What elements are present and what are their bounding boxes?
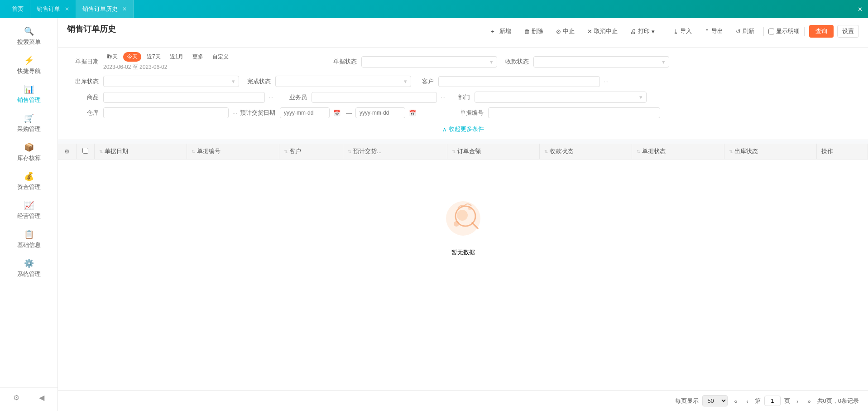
customer-dots[interactable]: ··· <box>602 78 610 85</box>
customer-sort-icon[interactable]: ⇅ <box>284 149 288 154</box>
sidebar-item-search-menu[interactable]: 🔍 搜索菜单 <box>0 22 58 51</box>
sys-mgmt-icon: ⚙️ <box>24 258 34 268</box>
settings-button[interactable]: 设置 <box>837 25 859 38</box>
order-amount-sort-icon[interactable]: ⇅ <box>452 149 456 154</box>
sidebar-item-operations[interactable]: 📈 经营管理 <box>0 196 58 225</box>
yesterday-btn[interactable]: 昨天 <box>103 52 121 62</box>
warehouse-input[interactable] <box>103 107 229 118</box>
doc-status-sort-icon[interactable]: ⇅ <box>637 149 640 154</box>
tab-home[interactable]: 首页 <box>5 0 30 18</box>
status-filter-control: ▾ <box>361 56 497 68</box>
1month-btn[interactable]: 近1月 <box>166 52 187 62</box>
order-amount-label: 订单金额 <box>457 147 481 155</box>
goods-input[interactable] <box>103 92 265 103</box>
page-size-label: 每页显示 <box>675 397 699 405</box>
next-page-button[interactable]: › <box>794 396 801 406</box>
stop-button[interactable]: ⊘ 中止 <box>551 25 579 37</box>
tab-sales-order-history-close[interactable]: ✕ <box>122 6 127 12</box>
refresh-button[interactable]: ↺ 刷新 <box>731 25 759 37</box>
show-detail-text: 显示明细 <box>776 27 800 35</box>
purchase-mgmt-icon: 🛒 <box>24 113 34 123</box>
sidebar-item-basic-info[interactable]: 📋 基础信息 <box>0 225 58 254</box>
calendar-end-icon[interactable]: 📅 <box>407 110 418 116</box>
finance-icon: 💰 <box>24 171 34 181</box>
filter-row-4: 仓库 ··· 预计交货日期 📅 — 📅 单据编号 <box>67 107 859 118</box>
sidebar-item-finance[interactable]: 💰 资金管理 <box>0 167 58 196</box>
settings-bottom-button[interactable]: ⚙ <box>13 393 19 402</box>
toolbar-divider-2 <box>763 27 764 36</box>
out-status-sort-icon[interactable]: ⇅ <box>729 149 733 154</box>
query-button[interactable]: 查询 <box>809 25 834 38</box>
tab-sales-order[interactable]: 销售订单 ✕ <box>30 0 76 18</box>
sidebar-item-inventory[interactable]: 📦 库存核算 <box>0 138 58 167</box>
new-label: + 新增 <box>494 27 511 35</box>
department-arrow-icon: ▾ <box>639 94 643 101</box>
pay-status-label: 收款状态 <box>550 147 573 155</box>
settings-icon[interactable]: ⚙ <box>64 148 70 155</box>
expected-date-filter-label: 预计交货日期 <box>239 109 280 117</box>
complete-select[interactable]: ▾ <box>275 76 411 87</box>
close-window-button[interactable]: ✕ <box>858 6 863 13</box>
sidebar-item-operations-label: 经营管理 <box>17 212 41 220</box>
expected-date-sort-icon[interactable]: ⇅ <box>348 149 351 154</box>
new-button[interactable]: + + 新增 <box>486 25 516 37</box>
department-select[interactable]: ▾ <box>475 92 647 103</box>
out-status-label: 出库状态 <box>734 147 758 155</box>
print-button[interactable]: 🖨 打印 ▾ <box>626 25 659 37</box>
doc-no-sort-icon[interactable]: ⇅ <box>192 149 195 154</box>
customer-filter-control: ··· <box>438 76 610 87</box>
tab-sales-order-history[interactable]: 销售订单历史 ✕ <box>76 0 134 18</box>
export-button[interactable]: ⤒ 导出 <box>700 25 728 37</box>
status-select[interactable]: ▾ <box>361 56 497 68</box>
sidebar-item-quick-nav[interactable]: ⚡ 快捷导航 <box>0 51 58 80</box>
7days-btn[interactable]: 近7天 <box>143 52 164 62</box>
collapse-label: 收起更多条件 <box>449 125 484 133</box>
import-button[interactable]: ⤓ 导入 <box>669 25 696 37</box>
filter-row-2: 出库状态 ▾ 完成状态 ▾ 客户 ··· <box>67 76 859 87</box>
select-all-checkbox[interactable] <box>82 148 88 154</box>
pay-status-sort-icon[interactable]: ⇅ <box>544 149 548 154</box>
delete-button[interactable]: 🗑 删除 <box>519 25 548 37</box>
quick-nav-icon: ⚡ <box>24 55 34 65</box>
today-btn[interactable]: 今天 <box>123 52 141 62</box>
expected-date-label: 预计交货... <box>353 147 382 155</box>
prev-page-button[interactable]: ‹ <box>744 396 751 406</box>
svg-point-3 <box>457 210 468 221</box>
cancel-stop-button[interactable]: ✕ 取消中止 <box>583 25 622 37</box>
collapse-sidebar-button[interactable]: ◀ <box>39 393 44 402</box>
expected-date-end-input[interactable] <box>355 107 405 118</box>
doc-date-sort-icon[interactable]: ⇅ <box>99 149 103 154</box>
sidebar-item-purchase-mgmt[interactable]: 🛒 采购管理 <box>0 109 58 138</box>
show-detail-checkbox[interactable] <box>768 29 774 34</box>
expected-date-start-input[interactable] <box>280 107 330 118</box>
tab-sales-order-close[interactable]: ✕ <box>65 6 69 12</box>
customer-input[interactable] <box>438 76 600 87</box>
sidebar-item-sys-mgmt[interactable]: ⚙️ 系统管理 <box>0 254 58 283</box>
outbound-select[interactable]: ▾ <box>103 76 239 87</box>
pay-status-select[interactable]: ▾ <box>533 56 669 68</box>
last-page-button[interactable]: » <box>805 396 813 406</box>
first-page-button[interactable]: « <box>731 396 740 406</box>
status-filter-label: 单据状态 <box>330 58 361 66</box>
warehouse-dots[interactable]: ··· <box>230 110 239 116</box>
sidebar-item-sales-mgmt[interactable]: 📊 销售管理 <box>0 80 58 109</box>
sidebar-item-search-menu-label: 搜索菜单 <box>17 38 41 46</box>
order-no-input[interactable] <box>488 107 660 118</box>
outbound-filter-control: ▾ <box>103 76 239 87</box>
date-quick-btns: 昨天 今天 近7天 近1月 更多 自定义 <box>103 52 232 62</box>
custom-btn[interactable]: 自定义 <box>209 52 232 62</box>
collapse-more-btn[interactable]: ∧ 收起更多条件 <box>67 123 859 135</box>
sidebar-item-sales-mgmt-label: 销售管理 <box>17 96 41 104</box>
page-size-select[interactable]: 20 50 100 200 <box>702 395 728 406</box>
sidebar-item-purchase-mgmt-label: 采购管理 <box>17 125 41 133</box>
salesman-dots[interactable]: ··· <box>439 94 447 101</box>
calendar-start-icon[interactable]: 📅 <box>331 110 342 116</box>
more-btn[interactable]: 更多 <box>189 52 207 62</box>
salesman-input[interactable] <box>312 92 437 103</box>
table-footer: 每页显示 20 50 100 200 « ‹ 第 页 › » 共0页，0条记录 <box>58 390 868 411</box>
data-table: ⚙ ⇅ 单据日期 <box>58 144 868 160</box>
page-number-input[interactable] <box>764 396 781 406</box>
goods-filter-label: 商品 <box>67 93 103 102</box>
goods-dots[interactable]: ··· <box>267 94 275 101</box>
out-status-column-header: ⇅ 出库状态 <box>724 144 817 160</box>
